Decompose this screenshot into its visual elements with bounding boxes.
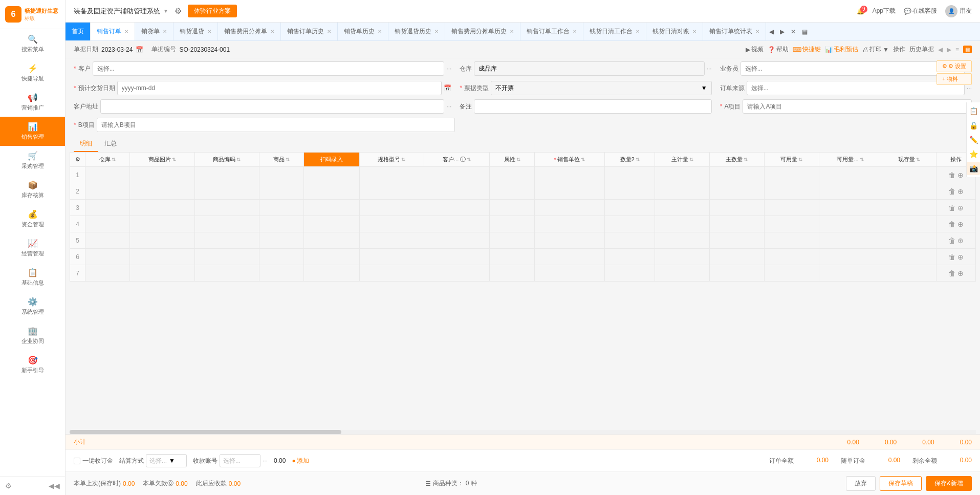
table-cell[interactable] — [85, 232, 130, 249]
history-btn[interactable]: 历史单据 — [909, 45, 934, 54]
customer-input[interactable] — [93, 61, 445, 76]
table-cell[interactable] — [710, 216, 765, 232]
table-cell[interactable] — [130, 200, 194, 216]
discard-button[interactable]: 放弃 — [846, 476, 876, 491]
table-cell[interactable] — [534, 167, 605, 183]
order-source-more-icon[interactable]: ··· — [967, 84, 972, 92]
table-cell[interactable] — [764, 167, 819, 183]
table-cell[interactable] — [130, 167, 194, 183]
tab-close-icon[interactable]: ✕ — [434, 29, 439, 34]
table-cell[interactable] — [710, 265, 765, 282]
tab-nav-close-all[interactable]: ✕ — [788, 23, 799, 41]
tab-receivable-workbench[interactable]: 钱货日清工作台 ✕ — [583, 23, 646, 41]
table-cell[interactable] — [605, 249, 655, 265]
col-available2[interactable]: 可用量...⇅ — [819, 153, 882, 167]
col-product-image[interactable]: 商品图片⇅ — [130, 153, 194, 167]
sidebar-item-purchase[interactable]: 🛒 采购管理 — [0, 146, 65, 175]
copy-row-btn[interactable]: ⊕ — [957, 253, 964, 261]
one-click-deposit-checkbox[interactable]: 一键收订金 — [74, 457, 113, 465]
table-cell[interactable] — [605, 167, 655, 183]
table-cell[interactable] — [85, 216, 130, 232]
table-cell[interactable] — [882, 167, 937, 183]
tab-home[interactable]: 首页 — [66, 23, 91, 41]
tab-sales-stat[interactable]: 销售订单统计表 ✕ — [703, 23, 766, 41]
sidebar-item-search[interactable]: 🔍 搜索菜单 — [0, 29, 65, 58]
form-nav-prev[interactable]: ◀ — [938, 46, 943, 53]
tab-close-icon[interactable]: ✕ — [124, 29, 128, 34]
table-cell[interactable] — [655, 167, 710, 183]
tab-summary[interactable]: 汇总 — [98, 136, 123, 152]
table-cell[interactable] — [882, 216, 937, 232]
table-cell[interactable] — [304, 200, 360, 216]
sidebar-item-sales[interactable]: 📊 销售管理 — [0, 117, 65, 146]
table-cell[interactable] — [710, 200, 765, 216]
table-cell[interactable] — [655, 183, 710, 200]
table-cell[interactable] — [424, 249, 490, 265]
table-cell[interactable] — [819, 200, 882, 216]
table-cell[interactable] — [359, 183, 424, 200]
copy-row-btn[interactable]: ⊕ — [957, 220, 964, 228]
warehouse-more-icon[interactable]: ··· — [707, 65, 712, 72]
delete-row-btn[interactable]: 🗑 — [948, 253, 955, 261]
receipt-more-icon[interactable]: ··· — [263, 457, 268, 464]
right-panel-icon-2[interactable]: 🔒 — [967, 119, 980, 132]
sidebar-item-quick-nav[interactable]: ⚡ 快捷导航 — [0, 58, 65, 88]
table-cell[interactable] — [259, 232, 303, 249]
sidebar-item-guide[interactable]: 🎯 新手引导 — [0, 350, 65, 379]
table-cell[interactable] — [655, 249, 710, 265]
table-cell[interactable] — [882, 265, 937, 282]
table-cell[interactable] — [424, 265, 490, 282]
right-panel-icon-1[interactable]: 📋 — [967, 104, 980, 118]
sidebar-item-base-info[interactable]: 📋 基础信息 — [0, 263, 65, 292]
table-cell[interactable] — [424, 167, 490, 183]
add-material-btn[interactable]: + 物料 — [937, 73, 972, 85]
sidebar-item-system[interactable]: ⚙️ 系统管理 — [0, 292, 65, 321]
table-cell[interactable] — [819, 265, 882, 282]
sidebar-item-inventory[interactable]: 📦 库存核算 — [0, 175, 65, 204]
tab-sales-order[interactable]: 销售订单 ✕ — [91, 23, 135, 41]
table-cell[interactable] — [819, 232, 882, 249]
table-cell[interactable] — [764, 249, 819, 265]
table-cell[interactable] — [534, 232, 605, 249]
online-service-link[interactable]: 💬 在线客服 — [904, 7, 937, 15]
table-cell[interactable] — [304, 216, 360, 232]
table-cell[interactable] — [359, 200, 424, 216]
delete-row-btn[interactable]: 🗑 — [948, 269, 955, 277]
table-cell[interactable] — [85, 167, 130, 183]
table-cell[interactable] — [304, 265, 360, 282]
shortcut-btn[interactable]: ⌨ 快捷键 — [793, 45, 821, 54]
table-cell[interactable] — [655, 216, 710, 232]
tab-close-icon[interactable]: ✕ — [755, 29, 759, 34]
table-cell[interactable] — [819, 167, 882, 183]
col-main-qty[interactable]: 主数量⇅ — [710, 153, 765, 167]
receipt-account-select[interactable]: 选择... — [220, 454, 260, 467]
table-cell[interactable] — [85, 183, 130, 200]
col-warehouse[interactable]: 仓库⇅ — [85, 153, 130, 167]
customer-address-input[interactable] — [100, 99, 444, 114]
col-available[interactable]: 可用量⇅ — [764, 153, 819, 167]
table-cell[interactable] — [882, 232, 937, 249]
form-view-switch[interactable]: ≡ — [955, 46, 959, 53]
table-cell[interactable] — [490, 216, 534, 232]
delete-row-btn[interactable]: 🗑 — [948, 171, 955, 179]
table-cell[interactable] — [534, 249, 605, 265]
profit-btn[interactable]: 📊 毛利预估 — [825, 45, 858, 54]
tab-sales-fee-history[interactable]: 销售费用分摊单历史 ✕ — [445, 23, 520, 41]
table-cell[interactable] — [259, 167, 303, 183]
table-cell[interactable] — [710, 183, 765, 200]
table-cell[interactable] — [424, 183, 490, 200]
table-cell[interactable] — [259, 183, 303, 200]
table-cell[interactable] — [490, 200, 534, 216]
invoice-type-select[interactable]: 不开票 ▼ — [491, 81, 712, 95]
collapse-icon[interactable]: ◀◀ — [49, 482, 60, 490]
table-cell[interactable] — [259, 265, 303, 282]
table-cell[interactable] — [194, 216, 259, 232]
table-cell[interactable] — [130, 183, 194, 200]
tab-close-icon[interactable]: ✕ — [163, 29, 167, 34]
table-cell[interactable] — [882, 249, 937, 265]
help-btn[interactable]: ❓ 帮助 — [768, 45, 789, 54]
tab-sales-order-workbench[interactable]: 销售订单工作台 ✕ — [520, 23, 583, 41]
table-cell[interactable] — [490, 232, 534, 249]
save-new-button[interactable]: 保存&新增 — [926, 476, 972, 491]
table-cell[interactable] — [655, 265, 710, 282]
